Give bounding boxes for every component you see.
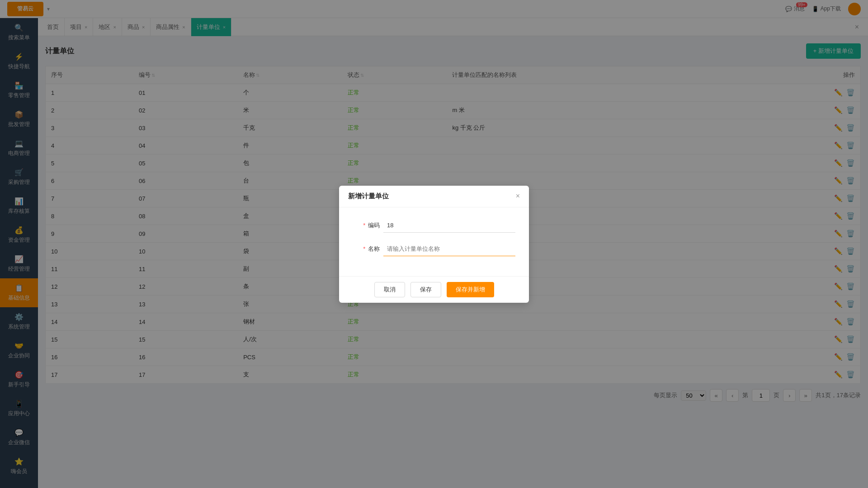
dialog-footer: 取消 保存 保存并新增	[339, 276, 529, 303]
code-input[interactable]	[383, 218, 515, 233]
form-row-name: * 名称	[353, 242, 515, 256]
required-mark-name: *	[363, 245, 365, 252]
name-input[interactable]	[383, 242, 515, 256]
dialog: 新增计量单位 × * 编码 * 名称 取消 保存 保存并新增	[339, 186, 529, 303]
dialog-header: 新增计量单位 ×	[339, 186, 529, 207]
dialog-overlay[interactable]: 新增计量单位 × * 编码 * 名称 取消 保存 保存并新增	[0, 0, 868, 488]
form-label-name: * 名称	[353, 245, 380, 253]
dialog-body: * 编码 * 名称	[339, 207, 529, 276]
save-and-new-button[interactable]: 保存并新增	[447, 282, 494, 297]
required-mark-code: *	[363, 222, 365, 229]
form-row-code: * 编码	[353, 218, 515, 233]
form-label-code: * 编码	[353, 221, 380, 230]
dialog-close-btn[interactable]: ×	[516, 192, 520, 200]
cancel-button[interactable]: 取消	[374, 282, 405, 297]
save-button[interactable]: 保存	[410, 282, 441, 297]
dialog-title: 新增计量单位	[348, 192, 389, 201]
